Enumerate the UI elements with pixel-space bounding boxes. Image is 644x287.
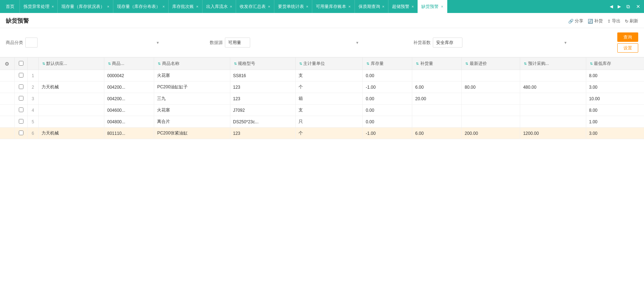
- tab-inout-flow[interactable]: 出入库流水×: [203, 0, 236, 13]
- replenish-icon: 🔄: [588, 19, 593, 24]
- stock-sort-icon: ⇅: [366, 62, 369, 66]
- main-content: 缺货预警 🔗 分享 🔄 补货 ⇪ 导出 ↻ 刷新 商品分类: [0, 13, 644, 287]
- row-settings-cell: [0, 105, 14, 116]
- tab-next-btn[interactable]: ▶: [615, 0, 623, 13]
- data-table: ⚙ ⇅ 默认供应... ⇅ 商品... ⇅: [0, 57, 644, 139]
- datasource-label: 数据源: [210, 40, 223, 46]
- datasource-select-wrapper: 可用量: [225, 37, 362, 48]
- share-icon: 🔗: [568, 19, 574, 24]
- row-checkbox[interactable]: [19, 107, 23, 112]
- row-est-purchase-cell: 480.00: [520, 81, 586, 93]
- row-settings-cell: [0, 128, 14, 139]
- export-label: 导出: [612, 18, 621, 24]
- tab-restore-btn[interactable]: ⧉: [623, 0, 633, 13]
- row-name-cell: 离合片: [154, 116, 230, 128]
- row-min-stock-cell: 3.00: [586, 128, 644, 139]
- replenish-action[interactable]: 🔄 补货: [588, 18, 603, 24]
- row-checkbox[interactable]: [19, 131, 23, 135]
- row-checkbox[interactable]: [19, 73, 23, 78]
- col-min-stock-header[interactable]: ⇅ 最低库存: [586, 58, 644, 70]
- row-settings-cell: [0, 116, 14, 128]
- refresh-action[interactable]: ↻ 刷新: [625, 18, 638, 24]
- tab-close-demand-stats[interactable]: ×: [306, 4, 308, 9]
- category-select[interactable]: [25, 37, 38, 48]
- tab-close-inventory-status[interactable]: ×: [107, 4, 109, 9]
- row-stock-cell: -1.00: [363, 128, 412, 139]
- col-spec-header[interactable]: ⇅ 规格型号: [230, 58, 295, 70]
- tab-exception[interactable]: 拣货异常处理×: [20, 0, 58, 13]
- tab-expiry-query[interactable]: 保质期查询×: [355, 0, 388, 13]
- tab-overstock[interactable]: 超储预警×: [388, 0, 418, 13]
- tab-close-available-ledger[interactable]: ×: [348, 4, 351, 9]
- col-replenish-header[interactable]: ⇅ 补货量: [412, 58, 462, 70]
- supplier-sort-icon: ⇅: [42, 62, 45, 66]
- export-action[interactable]: ⇪ 导出: [607, 18, 621, 24]
- share-action[interactable]: 🔗 分享: [568, 18, 583, 24]
- filter-actions: 查询 设置: [617, 32, 638, 53]
- replenish-base-label: 补货基数: [413, 40, 431, 46]
- row-supplier-cell: 力天机械: [38, 128, 104, 139]
- row-stock-cell: 0.00: [363, 116, 412, 128]
- tab-close-inventory-dist[interactable]: ×: [162, 4, 165, 9]
- tab-inventory-status[interactable]: 现存量（库存状况表）×: [58, 0, 113, 13]
- row-num-cell: 6: [27, 128, 38, 139]
- row-checkbox[interactable]: [19, 119, 23, 124]
- tab-inventory-dist[interactable]: 现存量（库存分布表）×: [113, 0, 169, 13]
- tab-close-receive-summary[interactable]: ×: [268, 4, 270, 9]
- tab-prev-btn[interactable]: ◀: [607, 0, 615, 13]
- table-wrapper: ⚙ ⇅ 默认供应... ⇅ 商品... ⇅: [0, 57, 644, 139]
- tab-close-expiry-query[interactable]: ×: [382, 4, 384, 9]
- row-checkbox-cell: [14, 81, 27, 93]
- col-supplier-header[interactable]: ⇅ 默认供应...: [38, 58, 104, 70]
- tab-home[interactable]: 首页: [1, 0, 20, 13]
- row-latest-price-cell: [462, 70, 520, 81]
- table-row: 4 004600... 火花塞 J7092 支 0.00 8.00: [0, 105, 644, 116]
- col-unit-header[interactable]: ⇅ 主计量单位: [295, 58, 363, 70]
- table-row: 3 004200... 三九 123 箱 0.00 20.00 10.00: [0, 93, 644, 105]
- tab-demand-stats[interactable]: 要货单统计表×: [274, 0, 312, 13]
- col-code-header[interactable]: ⇅ 商品...: [104, 58, 154, 70]
- tab-close-all-btn[interactable]: ✕: [633, 0, 643, 13]
- code-sort-icon: ⇅: [108, 62, 111, 66]
- tab-close-overstock[interactable]: ×: [412, 4, 414, 9]
- gear-icon[interactable]: ⚙: [5, 61, 9, 67]
- tab-available-ledger[interactable]: 可用量库存账本×: [312, 0, 354, 13]
- row-latest-price-cell: 200.00: [462, 128, 520, 139]
- tab-close-shortage[interactable]: ×: [441, 4, 443, 9]
- replenish-label: 补货: [594, 18, 603, 24]
- row-replenish-cell: 6.00: [412, 81, 462, 93]
- col-stock-header[interactable]: ⇅ 库存量: [363, 58, 412, 70]
- row-est-purchase-cell: [520, 93, 586, 105]
- tab-batch-account[interactable]: 库存批次账×: [169, 0, 202, 13]
- spec-sort-icon: ⇅: [234, 62, 237, 66]
- row-checkbox-cell: [14, 70, 27, 81]
- tab-receive-summary[interactable]: 收发存汇总表×: [236, 0, 274, 13]
- row-unit-cell: 箱: [295, 93, 363, 105]
- row-name-cell: PC200张紧油缸: [154, 128, 230, 139]
- tab-close-inout-flow[interactable]: ×: [230, 4, 232, 9]
- row-latest-price-cell: 80.00: [462, 81, 520, 93]
- row-num-cell: 1: [27, 70, 38, 81]
- row-supplier-cell: 力天机械: [38, 81, 104, 93]
- query-button[interactable]: 查询: [617, 32, 638, 42]
- col-est-purchase-header[interactable]: ⇅ 预计采购...: [520, 58, 586, 70]
- col-checkbox-header: [14, 58, 27, 70]
- replenish-base-select[interactable]: 安全库存: [433, 37, 462, 48]
- tab-close-exception[interactable]: ×: [52, 4, 54, 9]
- page-header: 缺货预警 🔗 分享 🔄 补货 ⇪ 导出 ↻ 刷新: [0, 13, 644, 28]
- row-code-cell: 0000042: [104, 70, 154, 81]
- col-latest-price-header[interactable]: ⇅ 最新进价: [462, 58, 520, 70]
- table-header-row: ⚙ ⇅ 默认供应... ⇅ 商品... ⇅: [0, 58, 644, 70]
- datasource-select[interactable]: 可用量: [225, 37, 250, 48]
- replenish-base-filter-group: 补货基数 安全库存: [413, 37, 610, 48]
- tab-close-batch-account[interactable]: ×: [196, 4, 198, 9]
- row-stock-cell: 0.00: [363, 105, 412, 116]
- col-name-header[interactable]: ⇅ 商品名称: [154, 58, 230, 70]
- setting-button[interactable]: 设置: [617, 43, 638, 53]
- row-checkbox-cell: [14, 128, 27, 139]
- row-spec-cell: SS816: [230, 70, 295, 81]
- select-all-checkbox[interactable]: [19, 61, 23, 66]
- tab-shortage[interactable]: 缺货预警×: [418, 0, 447, 13]
- row-checkbox[interactable]: [19, 96, 23, 101]
- row-checkbox[interactable]: [19, 84, 23, 89]
